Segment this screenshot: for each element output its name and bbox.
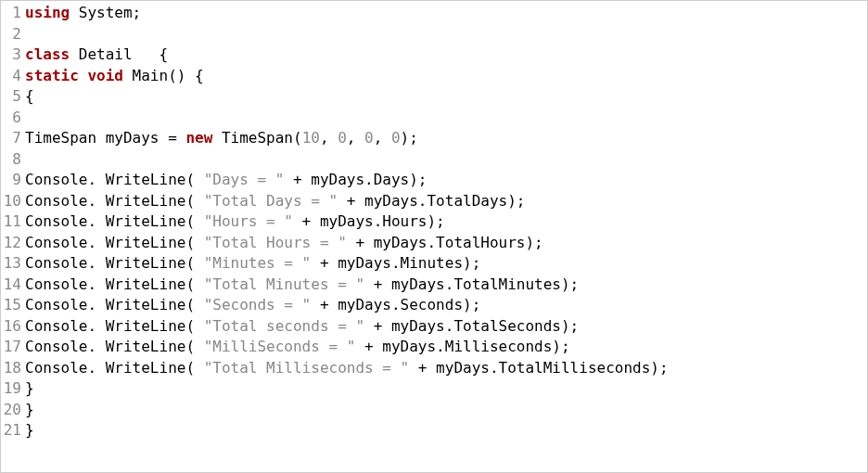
token-id: , bbox=[320, 129, 338, 147]
line-number: 10 bbox=[1, 191, 25, 212]
token-str: "Total Hours = " bbox=[204, 234, 347, 251]
line-source: Console. WriteLine( "Total Hours = " + m… bbox=[25, 233, 867, 254]
code-line: 8 bbox=[1, 149, 867, 171]
line-number: 8 bbox=[1, 149, 25, 171]
line-number: 6 bbox=[1, 108, 25, 129]
code-line: 13Console. WriteLine( "Minutes = " + myD… bbox=[1, 253, 867, 275]
code-line: 4static void Main() { bbox=[1, 66, 867, 87]
line-source: Console. WriteLine( "Seconds = " + myDay… bbox=[25, 295, 867, 316]
token-id: System; bbox=[79, 4, 141, 21]
code-line: 6 bbox=[1, 108, 867, 129]
token-id: Console. WriteLine( bbox=[25, 317, 204, 335]
code-line: 10Console. WriteLine( "Total Days = " + … bbox=[1, 191, 867, 212]
token-str: "Total seconds = " bbox=[204, 317, 364, 335]
line-number: 7 bbox=[1, 128, 25, 149]
code-line: 2 bbox=[1, 24, 867, 45]
code-line: 5{ bbox=[1, 86, 867, 108]
code-line: 1using System; bbox=[1, 3, 867, 24]
line-number: 19 bbox=[1, 378, 25, 400]
line-number: 1 bbox=[1, 3, 25, 24]
line-number: 4 bbox=[1, 66, 25, 87]
token-id: } bbox=[25, 401, 34, 418]
line-source bbox=[25, 24, 867, 45]
token-id: Console. WriteLine( bbox=[25, 254, 204, 272]
line-number: 3 bbox=[1, 45, 25, 66]
token-id: Console. WriteLine( bbox=[25, 234, 204, 251]
token-str: "Seconds = " bbox=[204, 296, 312, 313]
token-str: "Hours = " bbox=[204, 212, 293, 230]
code-line: 14Console. WriteLine( "Total Minutes = "… bbox=[1, 275, 867, 296]
token-id: + myDays.TotalSeconds); bbox=[364, 317, 579, 335]
line-number: 15 bbox=[1, 295, 25, 316]
token-num: 0 bbox=[338, 129, 347, 147]
token-id: + myDays.Minutes); bbox=[311, 254, 480, 272]
token-id: + myDays.TotalMinutes); bbox=[364, 275, 579, 293]
code-line: 9Console. WriteLine( "Days = " + myDays.… bbox=[1, 170, 867, 191]
code-line: 18Console. WriteLine( "Total Millisecond… bbox=[1, 358, 867, 379]
token-num: 0 bbox=[364, 129, 374, 147]
line-source: Console. WriteLine( "Total Minutes = " +… bbox=[25, 275, 867, 296]
line-source: } bbox=[25, 420, 867, 441]
line-number: 21 bbox=[1, 420, 25, 441]
token-id: TimeSpan( bbox=[222, 129, 302, 147]
line-source: { bbox=[25, 86, 867, 108]
token-id: + myDays.TotalDays); bbox=[338, 192, 525, 210]
token-id: Console. WriteLine( bbox=[25, 275, 204, 293]
line-source: Console. WriteLine( "MilliSeconds = " + … bbox=[25, 337, 867, 358]
token-num: 0 bbox=[391, 129, 401, 147]
token-id: Main() { bbox=[133, 67, 204, 84]
token-str: "Days = " bbox=[204, 171, 285, 188]
token-id: Detail { bbox=[79, 45, 168, 63]
line-source bbox=[25, 149, 867, 171]
code-line: 12Console. WriteLine( "Total Hours = " +… bbox=[1, 233, 867, 254]
token-id: ); bbox=[401, 129, 418, 147]
code-line: 19} bbox=[1, 378, 867, 400]
token-id: Console. WriteLine( bbox=[25, 212, 204, 230]
code-line: 3class Detail { bbox=[1, 45, 867, 66]
token-id: , bbox=[374, 129, 391, 147]
line-number: 12 bbox=[1, 233, 25, 254]
line-number: 16 bbox=[1, 316, 25, 338]
token-id: { bbox=[25, 87, 34, 105]
token-num: 10 bbox=[302, 129, 320, 147]
line-number: 20 bbox=[1, 400, 25, 421]
token-id: Console. WriteLine( bbox=[25, 338, 204, 355]
code-line: 16Console. WriteLine( "Total seconds = "… bbox=[1, 316, 867, 338]
token-id: Console. WriteLine( bbox=[25, 192, 204, 210]
token-str: "Total Milliseconds = " bbox=[204, 359, 410, 377]
token-kw: new bbox=[185, 129, 222, 147]
line-number: 2 bbox=[1, 24, 25, 45]
token-id: + myDays.Hours); bbox=[293, 212, 445, 230]
line-source: Console. WriteLine( "Total Days = " + my… bbox=[25, 191, 867, 212]
token-id: , bbox=[347, 129, 364, 147]
code-line: 20} bbox=[1, 400, 867, 421]
line-number: 5 bbox=[1, 86, 25, 108]
code-line: 17Console. WriteLine( "MilliSeconds = " … bbox=[1, 337, 867, 358]
code-line: 21} bbox=[1, 420, 867, 441]
token-id: + myDays.TotalHours); bbox=[347, 234, 543, 251]
line-source: Console. WriteLine( "Total Milliseconds … bbox=[25, 358, 867, 379]
token-id: Console. WriteLine( bbox=[25, 171, 204, 188]
token-id: + myDays.Days); bbox=[284, 171, 427, 188]
code-line: 11Console. WriteLine( "Hours = " + myDay… bbox=[1, 211, 867, 233]
token-id: TimeSpan myDays = bbox=[25, 129, 185, 147]
token-str: "Total Minutes = " bbox=[204, 275, 364, 293]
line-source: } bbox=[25, 400, 867, 421]
line-number: 11 bbox=[1, 211, 25, 233]
code-line: 7TimeSpan myDays = new TimeSpan(10, 0, 0… bbox=[1, 128, 867, 149]
token-str: "MilliSeconds = " bbox=[204, 338, 356, 355]
line-source: using System; bbox=[25, 3, 867, 24]
token-id: + myDays.TotalMilliseconds); bbox=[409, 359, 668, 377]
token-id: } bbox=[25, 421, 34, 439]
line-number: 18 bbox=[1, 358, 25, 379]
line-source: TimeSpan myDays = new TimeSpan(10, 0, 0,… bbox=[25, 128, 867, 149]
line-source: static void Main() { bbox=[25, 66, 867, 87]
line-source: Console. WriteLine( "Minutes = " + myDay… bbox=[25, 253, 867, 275]
line-number: 13 bbox=[1, 253, 25, 275]
token-id: } bbox=[25, 379, 34, 397]
line-source bbox=[25, 108, 867, 129]
line-source: Console. WriteLine( "Days = " + myDays.D… bbox=[25, 170, 867, 191]
token-kw: static void bbox=[25, 67, 133, 84]
code-block: 1using System;23class Detail {4static vo… bbox=[1, 3, 867, 441]
token-str: "Total Days = " bbox=[204, 192, 338, 210]
